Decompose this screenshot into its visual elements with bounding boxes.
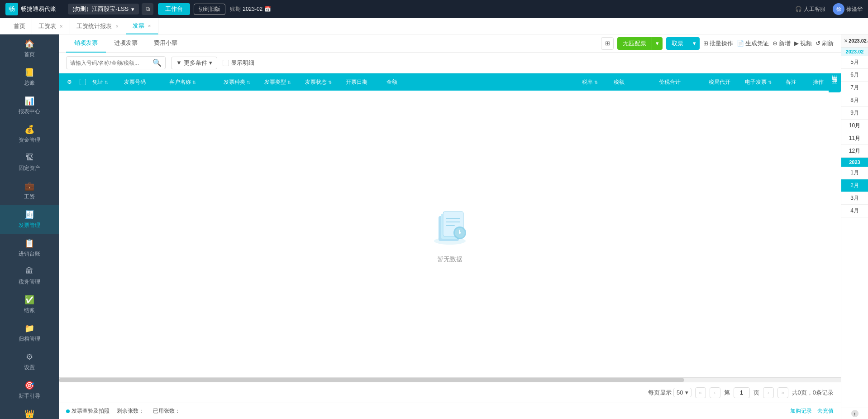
select-all-checkbox[interactable] [80,79,86,85]
month-item-8[interactable]: 8月 [841,94,868,107]
sidebar-item-purchase[interactable]: 📋 进销台账 [0,234,59,262]
month-item-7[interactable]: 7月 [841,82,868,94]
refresh-button[interactable]: ↺ 刷新 [816,39,834,48]
search-icon[interactable]: 🔍 [153,58,162,67]
panel-header-label: 2023.02 [849,38,867,43]
sidebar-item-salary[interactable]: 💼 工资 [0,177,59,205]
inv-cat-sort-icon[interactable]: ⇅ [287,80,291,85]
page-number-input[interactable] [734,387,750,398]
sidebar-item-close[interactable]: ✅ 结账 [0,290,59,319]
tab-salary[interactable]: 工资表 × [32,18,70,34]
page-size-dropdown[interactable]: 50 ▾ [673,388,691,397]
month-item-3[interactable]: 3月 [841,192,868,205]
month-item-10[interactable]: 10月 [841,120,868,132]
last-page-button[interactable]: » [777,387,788,398]
no-match-button[interactable]: 无匹配票 ▾ [617,37,663,50]
sidebar-item-finance[interactable]: 💰 资金管理 [0,120,59,149]
sidebar-item-assets[interactable]: 🏗 固定资产 [0,149,59,177]
tax-total-col-label: 价税合计 [659,78,681,86]
month-item-2[interactable]: 2月 [841,179,868,192]
take-ticket-button[interactable]: 取票 ▾ [666,37,700,50]
tab-home[interactable]: 首页 [7,18,32,34]
month-item-11[interactable]: 11月 [841,132,868,145]
next-page-button[interactable]: › [763,387,774,398]
tab-invoice-close[interactable]: × [147,23,152,29]
tab-salary-close[interactable]: × [59,23,63,29]
month-item-9[interactable]: 9月 [841,107,868,120]
sub-tab-receipt[interactable]: 费用小票 [146,34,186,53]
horizontal-scrollbar[interactable] [59,377,841,382]
month-item-12[interactable]: 12月 [841,145,868,158]
tab-invoice[interactable]: 发票 × [126,18,158,34]
tab-salary-report-label: 工资统计报表 [76,22,112,30]
remark-col-label: 备注 [786,78,796,86]
sidebar-assets-label: 固定资产 [19,164,40,172]
sidebar-item-settings[interactable]: ⚙ 设置 [0,347,59,376]
first-page-button[interactable]: « [695,387,706,398]
plus-icon: ⊕ [773,40,777,47]
sidebar-item-archive[interactable]: 📁 归档管理 [0,319,59,347]
month-item-1[interactable]: 1月 [841,167,868,179]
company-selector[interactable]: (勿删）江西股宝-LSS ▾ [68,4,139,14]
settings-col-icon: ⚙ [67,79,72,85]
video-button[interactable]: ▶ 视频 [794,39,812,48]
tab-salary-report-close[interactable]: × [114,23,119,29]
show-details-label: 显示明细 [231,59,254,67]
filter-icon: ▼ [176,59,182,66]
gen-voucher-link[interactable]: 📄 生成凭证 [737,39,769,48]
recharge-link[interactable]: 去充值 [817,407,834,415]
pagination: 每页显示 50 ▾ « ‹ 第 页 › » 共0页，0条记录 [59,382,841,403]
th-settings[interactable]: ⚙ [62,79,76,85]
tab-salary-report[interactable]: 工资统计报表 × [70,18,126,34]
sidebar-item-report[interactable]: 📊 报表中心 [0,92,59,120]
inv-status-sort-icon[interactable]: ⇅ [328,80,332,85]
new-button[interactable]: ⊕ 新增 [773,39,791,48]
archive-icon: 📁 [24,323,34,333]
tax-rate-sort-icon[interactable]: ⇅ [594,80,598,85]
sidebar-item-ledger[interactable]: 📒 总账 [0,63,59,92]
guide-icon: 🎯 [24,380,34,390]
month-item-5[interactable]: 5月 [841,56,868,69]
copy-icon[interactable]: ⧉ [142,3,153,15]
scroll-thumb[interactable] [59,378,684,382]
sidebar-item-guide[interactable]: 🎯 新手引导 [0,376,59,405]
switch-version-button[interactable]: 切到旧版 [194,4,225,15]
show-details-toggle[interactable]: 显示明细 [223,59,254,67]
gen-voucher-icon: 📄 [737,40,744,47]
voucher-sort-icon[interactable]: ⇅ [105,80,108,85]
customer-sort-icon[interactable]: ⇅ [192,80,196,85]
support-item[interactable]: 🎧 人工客服 [795,5,825,13]
sidebar-item-invoice[interactable]: 🧾 发票管理 [0,205,59,234]
batch-op-link[interactable]: ⊞ 批量操作 [703,39,733,48]
prev-page-button[interactable]: ‹ [710,387,720,398]
more-conditions-button[interactable]: ▼ 更多条件 ▾ [171,57,217,69]
month-item-4[interactable]: 4月 [841,205,868,217]
inv-type-sort-icon[interactable]: ⇅ [247,80,250,85]
panel-close-button[interactable]: × [843,37,849,44]
search-input[interactable] [70,60,150,66]
join-record-link[interactable]: 加购记录 [790,407,812,415]
e-invoice-sort-icon[interactable]: ⇅ [768,80,772,85]
sub-tabs: 销项发票 进项发票 费用小票 [66,34,186,53]
th-tax-amount: 税额 [611,78,656,86]
panel-scroll-button[interactable]: ↕ [851,410,858,417]
sidebar-salary-label: 工资 [24,193,35,201]
no-match-arrow[interactable]: ▾ [652,37,663,50]
workspace-button[interactable]: 工作台 [158,3,190,15]
month-item-6[interactable]: 6月 [841,69,868,82]
sidebar-item-tax[interactable]: 🏛 税务管理 [0,262,59,290]
customer-col-label: 客户名称 [169,78,191,86]
grid-view-button[interactable]: ⊞ [601,37,614,50]
calendar-icon[interactable]: 📅 [264,6,271,12]
sub-tab-incoming[interactable]: 进项发票 [106,34,146,53]
take-ticket-label: 取票 [666,39,689,48]
show-details-checkbox[interactable] [223,60,229,66]
sub-tab-outgoing[interactable]: 销项发票 [66,34,106,53]
more-conditions-arrow: ▾ [209,59,212,66]
sidebar-item-member[interactable]: 👑 畅会员 [0,405,59,419]
sidebar-item-home[interactable]: 🏠 首页 [0,34,59,63]
open-period-button[interactable]: 开账日期 [829,80,841,92]
user-item[interactable]: 徐 徐溢华 [833,3,863,15]
th-checkbox[interactable] [76,79,90,85]
take-ticket-arrow[interactable]: ▾ [689,37,700,50]
